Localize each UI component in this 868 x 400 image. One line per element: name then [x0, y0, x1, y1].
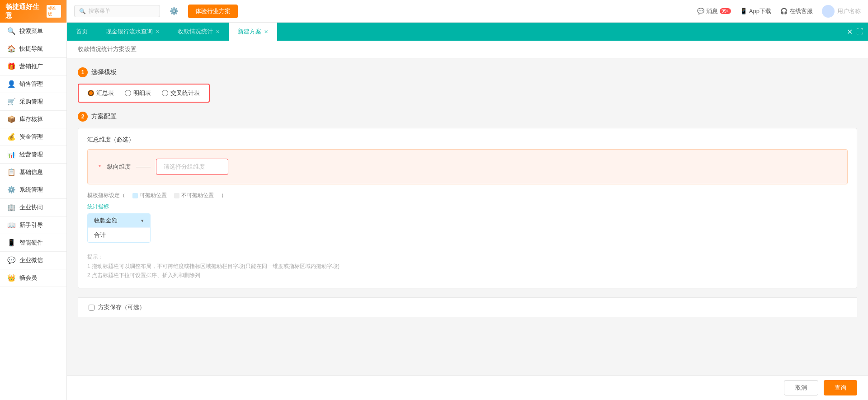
breadcrumb: 收款情况统计方案设置: [67, 41, 868, 58]
sidebar-item-hardware[interactable]: 📱 智能硬件: [0, 234, 66, 252]
sidebar-item-search[interactable]: 🔍 搜索菜单: [0, 23, 66, 40]
user-name: 用户名称: [837, 7, 861, 15]
sidebar-item-member[interactable]: 👑 畅会员: [0, 269, 66, 287]
box-icon: 📦: [7, 115, 16, 123]
sidebar-item-label: 企业协同: [19, 203, 43, 212]
sidebar-item-label: 快捷导航: [19, 45, 43, 53]
step1-num: 1: [78, 67, 88, 77]
query-button[interactable]: 查询: [824, 380, 857, 395]
settings-button[interactable]: ⚙️: [167, 5, 181, 18]
movable-dot: [132, 193, 138, 198]
radio-detail-label: 明细表: [133, 89, 151, 97]
gift-icon: 🎁: [7, 62, 16, 71]
tab-bank-close[interactable]: ✕: [156, 29, 160, 35]
content-area: 收款情况统计方案设置 1 选择模板 汇总表 明细表: [67, 41, 868, 375]
dimension-title: 汇总维度（必选）: [87, 136, 848, 144]
sidebar-item-label: 畅会员: [19, 274, 37, 282]
trial-button[interactable]: 体验行业方案: [188, 5, 238, 18]
sidebar-item-inventory[interactable]: 📦 库存核算: [0, 111, 66, 128]
tab-receipt-close[interactable]: ✕: [216, 29, 220, 35]
sidebar-item-marketing[interactable]: 🎁 营销推广: [0, 58, 66, 75]
sidebar-item-sales[interactable]: 👤 销售管理: [0, 75, 66, 93]
save-checkbox[interactable]: [89, 305, 94, 311]
step2-section: 2 方案配置 汇总维度（必选） * 纵向维度 —— 请选: [78, 112, 857, 288]
step2-title: 方案配置: [91, 113, 117, 121]
tab-new-plan-label: 新建方案: [238, 28, 261, 36]
sidebar-item-label: 新手引导: [19, 221, 43, 229]
sidebar-item-nav[interactable]: 🏠 快捷导航: [0, 40, 66, 58]
tab-bank[interactable]: 现金银行流水查询 ✕: [97, 23, 169, 41]
dimension-title-text: 汇总维度（必选）: [87, 136, 134, 143]
unmovable-hint: 不可拖动位置: [174, 192, 214, 199]
radio-summary[interactable]: [88, 90, 94, 96]
maximize-icon[interactable]: ⛶: [856, 28, 863, 36]
message-badge: 99+: [720, 8, 731, 14]
bottom-bar: 取消 查询: [67, 375, 868, 400]
message-label: 消息: [706, 7, 718, 15]
tip1: 1.拖动标题栏可以调整布局，不可跨维度或指标区域拖动栏目字段(只能在同一维度或指…: [87, 263, 848, 270]
chat-icon: 💬: [7, 256, 16, 264]
save-section: 方案保存（可选）: [78, 297, 857, 317]
metrics-header-text: 收款金额: [94, 216, 118, 225]
template-summary[interactable]: 汇总表: [88, 89, 114, 97]
sidebar-item-label: 基础信息: [19, 168, 43, 176]
avatar: [822, 5, 835, 18]
tab-new-plan-close[interactable]: ✕: [264, 29, 268, 35]
dimension-area: * 纵向维度 —— 请选择分组维度: [87, 149, 848, 184]
tab-receipt[interactable]: 收款情况统计 ✕: [169, 23, 229, 41]
tab-bank-label: 现金银行流水查询: [106, 28, 153, 36]
sidebar-item-system[interactable]: ⚙️ 系统管理: [0, 181, 66, 199]
cancel-button[interactable]: 取消: [784, 380, 818, 395]
step1-title: 选择模板: [91, 68, 117, 76]
template-cross[interactable]: 交叉统计表: [162, 89, 200, 97]
tab-home[interactable]: 首页: [67, 23, 97, 41]
template-detail[interactable]: 明细表: [125, 89, 151, 97]
search-icon: 🔍: [7, 27, 16, 35]
radio-cross[interactable]: [162, 90, 168, 96]
message-icon: 💬: [697, 8, 704, 14]
topbar: 🔍 搜索菜单 ⚙️ 体验行业方案 💬 消息 99+ 📱 App下载 🎧 在线客服…: [67, 0, 868, 23]
dimension-arrow: ——: [136, 163, 151, 171]
metrics-row-text: 合计: [94, 231, 106, 238]
unmovable-label: 不可拖动位置: [181, 192, 214, 199]
radio-cross-label: 交叉统计表: [170, 89, 200, 97]
dimension-select[interactable]: 请选择分组维度: [156, 159, 228, 175]
sidebar-item-finance[interactable]: 💰 资金管理: [0, 128, 66, 146]
service-icon: 🎧: [780, 8, 788, 14]
config-section: 汇总维度（必选） * 纵向维度 —— 请选择分组维度: [78, 128, 857, 288]
sidebar-item-base[interactable]: 📋 基础信息: [0, 164, 66, 181]
search-box[interactable]: 🔍 搜索菜单: [74, 5, 160, 17]
user-info[interactable]: 用户名称: [822, 5, 861, 18]
sidebar-logo: 畅捷通好生意 标准版: [0, 0, 66, 23]
message-button[interactable]: 💬 消息 99+: [697, 7, 731, 15]
sidebar: 畅捷通好生意 标准版 🔍 搜索菜单 🏠 快捷导航 🎁 营销推广 👤 销售管理 🛒…: [0, 0, 67, 400]
sidebar-item-enterprise[interactable]: 🏢 企业协同: [0, 199, 66, 216]
sidebar-item-operation[interactable]: 📊 经营管理: [0, 146, 66, 164]
save-label: 方案保存（可选）: [98, 303, 145, 311]
sidebar-item-wechat[interactable]: 💬 企业微信: [0, 252, 66, 269]
app-name: 畅捷通好生意: [5, 3, 45, 20]
service-button[interactable]: 🎧 在线客服: [780, 7, 813, 15]
mobile-icon: 📱: [7, 239, 16, 247]
tips-section: 提示： 1.拖动标题栏可以调整布局，不可跨维度或指标区域拖动栏目字段(只能在同一…: [87, 253, 848, 279]
radio-detail[interactable]: [125, 90, 131, 96]
sidebar-item-guide[interactable]: 📖 新手引导: [0, 216, 66, 234]
crown-icon: 👑: [7, 274, 16, 282]
building-icon: 🏢: [7, 203, 16, 212]
service-label: 在线客服: [789, 7, 813, 15]
sidebar-item-purchase[interactable]: 🛒 采购管理: [0, 93, 66, 111]
sidebar-item-label: 搜索菜单: [19, 27, 43, 35]
metrics-table-header[interactable]: 收款金额 ▾: [88, 214, 150, 227]
movable-label: 可拖动位置: [140, 192, 167, 199]
metrics-table-row: 合计: [88, 227, 150, 242]
chart-icon: 📊: [7, 151, 16, 159]
close-window-icon[interactable]: ✕: [847, 28, 853, 36]
tab-new-plan[interactable]: 新建方案 ✕: [229, 23, 277, 41]
app-edition: 标准版: [47, 5, 61, 18]
step1-section: 1 选择模板 汇总表 明细表 交叉统计表: [78, 67, 857, 103]
home-icon: 🏠: [7, 45, 16, 53]
required-mark: *: [99, 164, 101, 170]
download-button[interactable]: 📱 App下载: [740, 7, 771, 15]
tip2: 2.点击标题栏下拉可设置排序、插入列和删除列: [87, 272, 848, 279]
sidebar-item-label: 经营管理: [19, 151, 43, 159]
